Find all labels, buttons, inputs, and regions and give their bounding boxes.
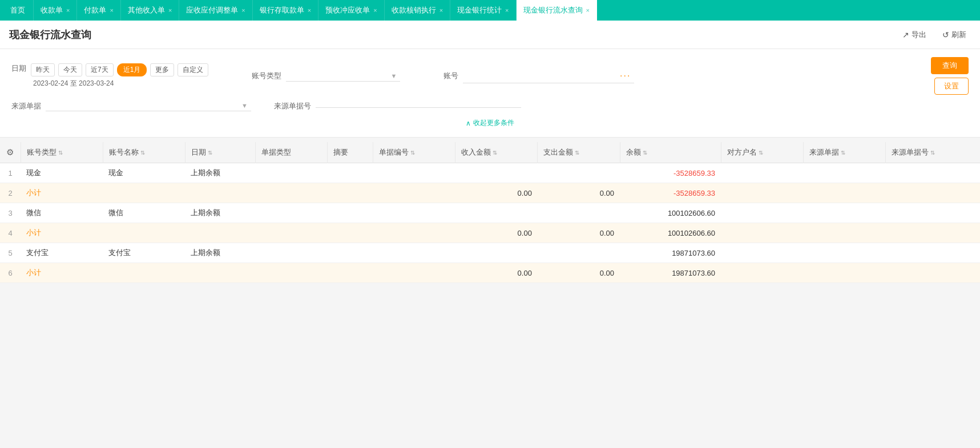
col-settings[interactable]: ⚙ xyxy=(0,142,21,163)
date-yesterday[interactable]: 昨天 xyxy=(31,63,55,76)
row-number: 2 xyxy=(0,183,21,203)
cell-account-name: 微信 xyxy=(103,203,185,223)
cell-date xyxy=(185,223,256,243)
export-button[interactable]: ↗ 导出 xyxy=(898,27,931,42)
cell-date: 上期余额 xyxy=(185,243,256,263)
cell-account-type: 支付宝 xyxy=(21,243,103,263)
sort-icon: ⇅ xyxy=(841,150,845,156)
close-icon[interactable]: × xyxy=(439,7,443,14)
data-table-container: ⚙ 账号类型 ⇅ 账号名称 ⇅ 日期 xyxy=(0,142,980,283)
cell-doc-type xyxy=(256,223,327,243)
date-1month[interactable]: 近1月 xyxy=(117,63,147,76)
table-body: 1 现金 现金 上期余额 -3528659.33 2 小计 0.00 0.00 … xyxy=(0,163,980,283)
close-icon[interactable]: × xyxy=(505,7,509,14)
refresh-icon: ↺ xyxy=(942,30,949,39)
cell-balance: -3528659.33 xyxy=(620,183,721,203)
col-income: 收入金额 ⇅ xyxy=(455,142,538,163)
cell-source-doc-no xyxy=(885,243,980,263)
filter-area: 日期 昨天 今天 近7天 近1月 更多 自定义 2023-02-24 至 202… xyxy=(0,49,980,138)
cell-account-type: 现金 xyxy=(21,163,103,183)
date-label: 日期 xyxy=(11,63,26,74)
account-filter: 账号 ··· xyxy=(443,69,634,83)
cell-date: 上期余额 xyxy=(185,203,256,223)
cell-summary xyxy=(327,263,373,283)
close-icon[interactable]: × xyxy=(241,7,245,14)
collapse-filter-bar[interactable]: ∧ 收起更多条件 xyxy=(11,116,969,129)
nav-home[interactable]: 首页 xyxy=(2,0,34,21)
cell-expense xyxy=(538,203,620,223)
cell-doc-type xyxy=(256,243,327,263)
nav-tab-fukudan[interactable]: 付款单 × xyxy=(77,0,120,21)
sort-icon: ⇅ xyxy=(759,150,763,156)
header-actions: ↗ 导出 ↺ 刷新 xyxy=(898,27,971,42)
cell-date xyxy=(185,263,256,283)
cell-source-doc-no xyxy=(885,183,980,203)
cell-counterparty xyxy=(721,223,803,243)
source-doc-label: 来源单据 xyxy=(11,101,41,111)
cell-account-name: 支付宝 xyxy=(103,243,185,263)
row-number: 5 xyxy=(0,243,21,263)
date-today[interactable]: 今天 xyxy=(58,63,82,76)
date-more[interactable]: 更多 xyxy=(150,63,174,76)
close-icon[interactable]: × xyxy=(168,7,172,14)
account-input[interactable]: ··· xyxy=(463,69,634,83)
source-doc-num-filter: 来源单据号 xyxy=(274,101,521,111)
cell-counterparty xyxy=(721,243,803,263)
nav-tab-yinhangcunqu[interactable]: 银行存取款单 × xyxy=(253,0,318,21)
close-icon[interactable]: × xyxy=(308,7,311,14)
date-7days[interactable]: 近7天 xyxy=(86,63,114,76)
sort-icon: ⇅ xyxy=(493,150,497,156)
filter-row-date: 日期 昨天 今天 近7天 近1月 更多 自定义 2023-02-24 至 202… xyxy=(11,57,969,95)
cell-summary xyxy=(327,183,373,203)
cell-balance: -3528659.33 xyxy=(620,163,721,183)
account-dots-button[interactable]: ··· xyxy=(620,71,631,81)
cell-source-doc-no xyxy=(885,263,980,283)
cell-summary xyxy=(327,163,373,183)
refresh-button[interactable]: ↺ 刷新 xyxy=(938,27,971,42)
col-balance: 余额 ⇅ xyxy=(620,142,721,163)
cell-counterparty xyxy=(721,183,803,203)
cell-balance: 100102606.60 xyxy=(620,223,721,243)
source-doc-num-label: 来源单据号 xyxy=(274,101,311,111)
nav-tab-yingshoutiaozheng[interactable]: 应收应付调整单 × xyxy=(179,0,252,21)
source-doc-select[interactable]: ▼ xyxy=(46,100,251,111)
cell-account-name: 现金 xyxy=(103,163,185,183)
account-type-select[interactable]: ▼ xyxy=(286,71,400,82)
nav-tab-yushouchong[interactable]: 预收冲应收单 × xyxy=(318,0,384,21)
cell-doc-type xyxy=(256,183,327,203)
cell-doc-no xyxy=(373,263,455,283)
row-number: 3 xyxy=(0,203,21,223)
close-icon[interactable]: × xyxy=(373,7,377,14)
date-custom[interactable]: 自定义 xyxy=(178,63,208,76)
source-doc-filter: 来源单据 ▼ xyxy=(11,100,251,111)
col-counterparty: 对方户名 ⇅ xyxy=(721,142,803,163)
query-button[interactable]: 查询 xyxy=(931,57,969,74)
col-source-doc-no: 来源单据号 ⇅ xyxy=(885,142,980,163)
close-icon[interactable]: × xyxy=(110,7,113,14)
cell-source-doc xyxy=(803,203,885,223)
nav-tab-shoudan[interactable]: 收款单 × xyxy=(34,0,77,21)
cell-expense: 0.00 xyxy=(538,223,620,243)
source-doc-num-input[interactable] xyxy=(316,104,521,108)
collapse-icon: ∧ xyxy=(466,119,471,127)
cell-account-type: 微信 xyxy=(21,203,103,223)
setting-button[interactable]: 设置 xyxy=(934,78,969,95)
nav-tab-xianjintongji[interactable]: 现金银行统计 × xyxy=(450,0,516,21)
nav-tab-qitashouru[interactable]: 其他收入单 × xyxy=(121,0,179,21)
cell-source-doc-no xyxy=(885,203,980,223)
cell-income xyxy=(455,243,538,263)
close-icon[interactable]: × xyxy=(66,7,70,14)
cell-expense: 0.00 xyxy=(538,183,620,203)
export-icon: ↗ xyxy=(902,30,909,39)
table-row: 2 小计 0.00 0.00 -3528659.33 xyxy=(0,183,980,203)
cell-doc-type xyxy=(256,263,327,283)
col-doc-type: 单据类型 xyxy=(256,142,327,163)
cell-doc-no xyxy=(373,163,455,183)
nav-tab-shoukuanzhixing[interactable]: 收款核销执行 × xyxy=(385,0,450,21)
close-icon[interactable]: × xyxy=(586,7,590,14)
nav-tab-liushui[interactable]: 现金银行流水查询 × xyxy=(517,0,597,21)
account-label: 账号 xyxy=(443,71,458,81)
row-number: 6 xyxy=(0,263,21,283)
sort-icon: ⇅ xyxy=(575,150,579,156)
table-row: 1 现金 现金 上期余额 -3528659.33 xyxy=(0,163,980,183)
